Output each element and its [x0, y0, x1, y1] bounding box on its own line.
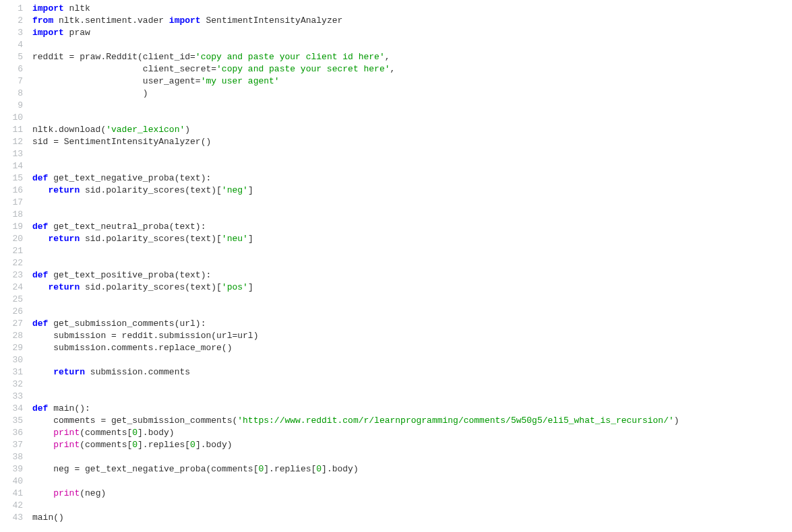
line-number: 4: [0, 39, 32, 51]
code-line: 22: [0, 257, 792, 269]
token: sid = SentimentIntensityAnalyzer(): [32, 137, 211, 147]
line-number: 24: [0, 281, 32, 294]
line-number: 12: [0, 136, 32, 148]
line-number: 37: [0, 439, 32, 451]
token: ].body): [138, 428, 175, 438]
code-line: 1import nltk: [0, 3, 792, 15]
line-number: 8: [0, 88, 32, 100]
line-number: 9: [0, 100, 32, 112]
token: 'vader_lexicon': [106, 125, 185, 135]
code-content: [32, 100, 792, 112]
code-line: 42: [0, 500, 792, 512]
line-number: 27: [0, 318, 32, 330]
token: 'copy and paste your secret here': [216, 64, 390, 74]
token: def: [32, 270, 48, 280]
code-line: 21: [0, 245, 792, 257]
token: print: [53, 440, 80, 450]
code-content: def get_text_neutral_proba(text):: [32, 221, 792, 233]
code-content: import nltk: [32, 3, 792, 15]
code-content: [32, 148, 792, 160]
code-content: [32, 257, 792, 269]
token: [32, 428, 53, 438]
code-line: 43main(): [0, 512, 792, 524]
code-line: 16 return sid.polarity_scores(text)['neg…: [0, 185, 792, 197]
token: client_secret=: [32, 64, 216, 74]
token: 'neu': [222, 234, 248, 244]
token: nltk: [64, 3, 90, 13]
code-line: 17: [0, 197, 792, 209]
line-number: 29: [0, 342, 32, 354]
token: 0: [132, 428, 138, 438]
code-content: [32, 197, 792, 209]
code-content: [32, 378, 792, 391]
code-line: 18: [0, 209, 792, 221]
code-content: [32, 500, 792, 512]
code-content: submission = reddit.submission(url=url): [32, 330, 792, 342]
code-content: [32, 475, 792, 488]
token: get_submission_comments(url):: [48, 319, 206, 329]
line-number: 16: [0, 185, 32, 197]
line-number: 21: [0, 245, 32, 257]
code-line: 14: [0, 160, 792, 172]
code-line: 13: [0, 148, 792, 160]
code-content: ): [32, 88, 792, 100]
code-content: print(neg): [32, 488, 792, 500]
code-content: from nltk.sentiment.vader import Sentime…: [32, 15, 792, 27]
code-content: def get_text_negative_proba(text):: [32, 172, 792, 185]
token: ].body): [322, 464, 359, 474]
token: 'my user agent': [201, 76, 280, 86]
code-line: 15def get_text_negative_proba(text):: [0, 172, 792, 185]
line-number: 10: [0, 112, 32, 124]
line-number: 3: [0, 27, 32, 39]
token: get_text_neutral_proba(text):: [48, 222, 206, 232]
line-number: 6: [0, 63, 32, 75]
line-number: 41: [0, 488, 32, 500]
token: 'https://www.reddit.com/r/learnprogrammi…: [237, 415, 674, 426]
code-content: neg = get_text_negative_proba(comments[0…: [32, 463, 792, 475]
line-number: 40: [0, 475, 32, 488]
token: def: [32, 173, 48, 183]
code-line: 25: [0, 294, 792, 306]
token: nltk.download(: [32, 125, 106, 135]
token: sid.polarity_scores(text)[: [80, 282, 222, 292]
token: [32, 234, 48, 244]
line-number: 15: [0, 172, 32, 185]
code-line: 20 return sid.polarity_scores(text)['neu…: [0, 233, 792, 245]
token: return: [53, 367, 85, 377]
code-content: [32, 245, 792, 257]
token: nltk.sentiment.vader: [53, 15, 169, 26]
line-number: 32: [0, 378, 32, 391]
code-line: 11nltk.download('vader_lexicon'): [0, 124, 792, 136]
code-content: reddit = praw.Reddit(client_id='copy and…: [32, 51, 792, 63]
code-line: 29 submission.comments.replace_more(): [0, 342, 792, 354]
token: praw: [64, 28, 90, 38]
token: return: [48, 185, 80, 195]
token: ].body): [195, 440, 233, 450]
token: get_text_negative_proba(text):: [48, 173, 211, 183]
code-line: 23def get_text_positive_proba(text):: [0, 269, 792, 281]
token: get_text_positive_proba(text):: [48, 270, 211, 280]
token: [32, 185, 48, 195]
token: submission = reddit.submission(url=url): [32, 331, 258, 341]
code-line: 24 return sid.polarity_scores(text)['pos…: [0, 281, 792, 294]
token: sid.polarity_scores(text)[: [80, 234, 222, 244]
token: 0: [190, 440, 195, 450]
line-number: 20: [0, 233, 32, 245]
code-content: [32, 354, 792, 366]
code-content: [32, 294, 792, 306]
token: 'pos': [222, 282, 248, 292]
line-number: 43: [0, 512, 32, 524]
code-content: [32, 209, 792, 221]
line-number: 14: [0, 160, 32, 172]
token: 0: [132, 440, 138, 450]
code-content: main(): [32, 512, 792, 524]
token: return: [48, 234, 80, 244]
code-line: 26: [0, 306, 792, 318]
line-number: 26: [0, 306, 32, 318]
token: reddit = praw.Reddit(client_id=: [32, 52, 195, 62]
line-number: 31: [0, 366, 32, 378]
token: 'copy and paste your client id here': [195, 52, 385, 62]
token: (neg): [80, 488, 106, 498]
code-content: sid = SentimentIntensityAnalyzer(): [32, 136, 792, 148]
token: 'neg': [222, 185, 248, 195]
